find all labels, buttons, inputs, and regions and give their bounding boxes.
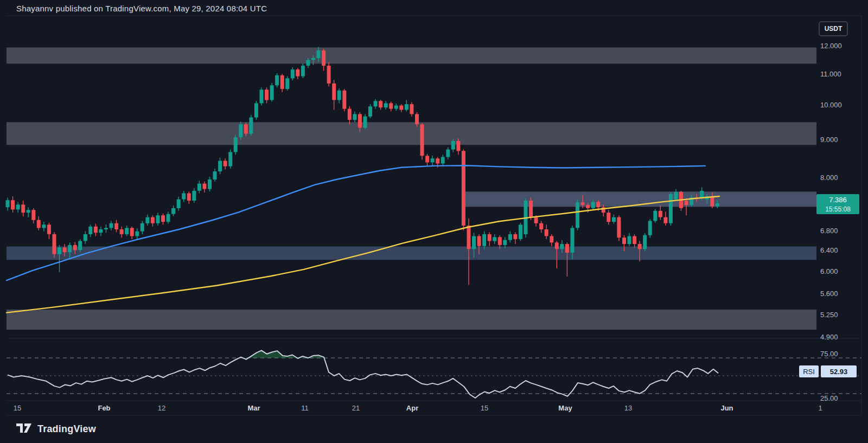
candle-body: [643, 235, 647, 249]
candle-body: [425, 156, 429, 162]
candle-body: [638, 244, 642, 249]
candle-body: [441, 157, 445, 164]
currency-usdt-button[interactable]: USDT: [819, 21, 848, 36]
candle-body: [141, 223, 144, 232]
candle-body: [182, 194, 186, 200]
time-axis-month-label: Mar: [247, 404, 260, 412]
price-axis-label: 6.400: [820, 246, 838, 254]
price-axis-label: 12.000: [820, 42, 842, 50]
rsi-axis-label: 75.00: [820, 350, 838, 358]
candle-body: [431, 158, 435, 162]
candle-body: [363, 117, 367, 128]
candle-body: [228, 152, 232, 166]
candle-body: [586, 205, 590, 208]
candle-body: [493, 237, 496, 241]
candle-body: [135, 232, 139, 236]
candle-body: [716, 203, 719, 206]
candle-body: [120, 229, 124, 234]
candle-body: [337, 91, 341, 100]
candle-body: [348, 109, 352, 120]
time-axis-month-label: Apr: [406, 404, 418, 412]
price-axis-label: 6.000: [820, 267, 838, 275]
time-axis-day-label: 15: [481, 404, 488, 412]
candle-body: [628, 236, 631, 245]
candle-body: [37, 220, 41, 228]
candle-body: [467, 226, 471, 249]
time-axis-month-label: Feb: [98, 404, 110, 412]
candle-body: [529, 201, 533, 217]
candle-body: [208, 179, 212, 189]
tradingview-logo-icon[interactable]: [16, 423, 33, 435]
candle-body: [399, 106, 403, 110]
candle-body: [353, 114, 356, 120]
candle-body: [420, 124, 424, 156]
candle-body: [280, 75, 284, 89]
candle-body: [596, 202, 600, 207]
candle-body: [202, 184, 206, 189]
chart-canvas[interactable]: [0, 0, 868, 443]
price-axis-label: 10.000: [820, 101, 842, 109]
candle-body: [503, 240, 507, 245]
candle-body: [239, 124, 242, 137]
last-price-value: 7.386: [816, 195, 859, 205]
candle-body: [151, 217, 155, 223]
candle-body: [84, 234, 87, 241]
candle-body: [88, 227, 92, 234]
candle-body: [436, 158, 439, 163]
candle-body: [669, 194, 673, 223]
time-axis-day-label: 21: [352, 404, 360, 412]
time-axis-day-label: 1: [818, 404, 822, 412]
candle-body: [187, 194, 191, 201]
candle-body: [534, 217, 538, 223]
candle-body: [260, 89, 264, 103]
footer-bar: TradingView: [0, 415, 868, 443]
rsi-line: [8, 350, 718, 398]
tradingview-brand-text[interactable]: TradingView: [37, 423, 96, 435]
candle-body: [244, 124, 248, 133]
candle-body: [368, 106, 372, 116]
candle-body: [21, 204, 25, 213]
zone-support-6.2-6.45: [7, 247, 816, 260]
candle-body: [63, 248, 67, 252]
candle-body: [560, 244, 564, 249]
candle-body: [47, 224, 51, 234]
candle-body: [254, 103, 258, 117]
candle-body: [301, 66, 305, 76]
candle-body: [53, 234, 56, 254]
candle-body: [94, 227, 98, 233]
candle-body: [451, 141, 455, 150]
candle-body: [374, 101, 378, 106]
candle-body: [513, 234, 517, 239]
candle-body: [265, 89, 269, 100]
candle-body: [306, 60, 310, 66]
last-price-label: 7.386 15:55:08: [816, 194, 859, 214]
candle-body: [633, 236, 636, 245]
candle-body: [156, 215, 160, 223]
candle-body: [576, 202, 579, 228]
candle-body: [519, 224, 522, 239]
candle-body: [11, 200, 15, 209]
candle-body: [389, 103, 393, 108]
candle-body: [125, 228, 129, 234]
candle-body: [213, 171, 217, 179]
candle-body: [145, 217, 149, 223]
price-axis-label: 6.800: [820, 227, 838, 235]
candle-body: [197, 184, 201, 191]
candle-body: [545, 229, 548, 236]
candle-body: [379, 101, 382, 107]
candle-body: [591, 202, 595, 208]
candle-body: [167, 214, 170, 222]
candle-body: [73, 245, 77, 250]
tradingview-chart-screenshot: Shayannv published on TradingView.com, M…: [0, 0, 868, 443]
rsi-indicator-label[interactable]: RSI: [799, 365, 819, 377]
candle-body: [322, 50, 326, 66]
candle-body: [394, 106, 398, 109]
candle-body: [249, 118, 253, 134]
attribution-text: Shayannv published on TradingView.com, M…: [16, 4, 267, 13]
candle-body: [508, 234, 512, 240]
candle-body: [710, 196, 714, 207]
candle-body: [472, 236, 476, 249]
candle-body: [332, 84, 336, 100]
zone-support-5.0-5.3: [7, 310, 816, 330]
candle-body: [674, 192, 678, 200]
